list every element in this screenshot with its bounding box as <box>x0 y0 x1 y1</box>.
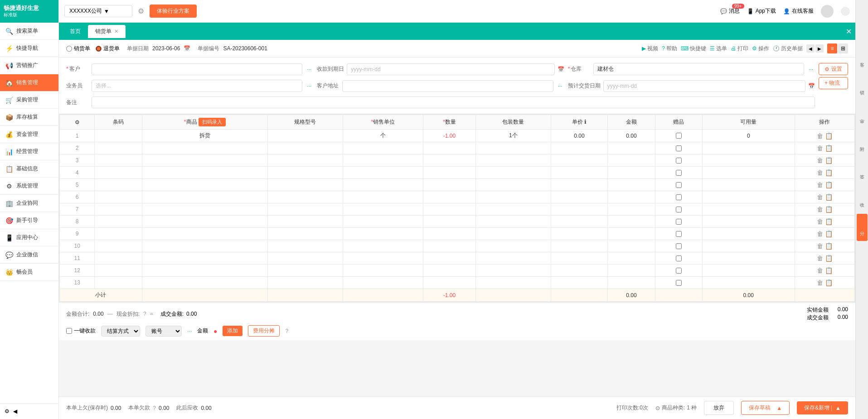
row-amount[interactable] <box>608 252 655 265</box>
row-product[interactable] <box>142 252 267 265</box>
discard-button[interactable]: 放弃 <box>704 401 734 415</box>
row-spec[interactable] <box>268 167 343 179</box>
row-barcode[interactable] <box>95 277 142 289</box>
row-amount[interactable] <box>608 142 655 154</box>
row-qty[interactable] <box>423 167 475 179</box>
sidebar-item-appstore[interactable]: 📱 应用中心 <box>0 229 58 246</box>
one-click-pay-checkbox[interactable]: 一键收款 <box>66 327 96 335</box>
row-product[interactable] <box>142 142 267 154</box>
copy-icon[interactable]: 📋 <box>825 157 833 164</box>
row-qty[interactable] <box>423 252 475 265</box>
row-qty[interactable] <box>423 228 475 240</box>
row-pkg-qty[interactable] <box>476 216 551 228</box>
row-unit[interactable] <box>343 191 423 203</box>
row-price[interactable] <box>551 167 608 179</box>
sidebar-item-finance[interactable]: 💰 资金管理 <box>0 126 58 143</box>
copy-icon[interactable]: 📋 <box>825 169 833 176</box>
logistics-btn[interactable]: + 物流 <box>819 77 848 89</box>
row-unit[interactable] <box>343 154 423 167</box>
history-action[interactable]: 🕐 历史单据 <box>773 45 803 53</box>
row-barcode[interactable] <box>95 203 142 216</box>
row-barcode[interactable] <box>95 167 142 179</box>
expected-delivery-calendar-icon[interactable]: 📅 <box>808 83 815 89</box>
row-product[interactable] <box>142 154 267 167</box>
due-date-input[interactable]: yyyy-mm-dd <box>347 63 554 75</box>
row-qty[interactable] <box>423 265 475 277</box>
th-settings[interactable]: ⚙ <box>60 115 95 130</box>
row-spec[interactable] <box>268 252 343 265</box>
row-pkg-qty[interactable] <box>476 277 551 289</box>
right-panel-item-panel3[interactable]: 审 <box>857 101 868 129</box>
row-pkg-qty[interactable] <box>476 203 551 216</box>
row-qty[interactable] <box>423 142 475 154</box>
row-amount[interactable] <box>608 228 655 240</box>
row-price[interactable] <box>551 252 608 265</box>
row-pkg-qty[interactable] <box>476 265 551 277</box>
trial-button[interactable]: 体验行业方案 <box>150 5 197 18</box>
row-barcode[interactable] <box>95 252 142 265</box>
row-unit[interactable] <box>343 265 423 277</box>
row-price[interactable] <box>551 265 608 277</box>
next-btn[interactable]: ▶ <box>815 44 824 53</box>
message-button[interactable]: 💬 消息 99+ <box>720 7 740 15</box>
close-all-tabs-icon[interactable]: ✕ <box>846 27 852 36</box>
copy-icon[interactable]: 📋 <box>825 206 833 213</box>
delete-icon[interactable]: 🗑 <box>817 206 823 213</box>
sidebar-item-system[interactable]: ⚙ 系统管理 <box>0 178 58 195</box>
collapse-icon[interactable]: ◀ <box>13 408 17 414</box>
row-spec[interactable] <box>268 216 343 228</box>
row-unit[interactable] <box>343 228 423 240</box>
sidebar-item-wechat[interactable]: 💬 企业微信 <box>0 246 58 264</box>
row-qty[interactable] <box>423 277 475 289</box>
copy-icon[interactable]: 📋 <box>825 242 833 250</box>
row-amount[interactable] <box>608 216 655 228</box>
sidebar-item-member[interactable]: 👑 畅会员 <box>0 264 58 281</box>
delete-icon[interactable]: 🗑 <box>817 132 823 140</box>
list-view-btn[interactable]: ≡ <box>827 43 837 53</box>
delete-icon[interactable]: 🗑 <box>817 218 823 225</box>
help-action[interactable]: ? 帮助 <box>662 45 677 53</box>
row-product[interactable] <box>142 203 267 216</box>
row-barcode[interactable] <box>95 240 142 252</box>
split-btn[interactable]: 费用分摊 <box>248 325 280 337</box>
row-product[interactable]: 拆货 <box>142 130 267 142</box>
row-pkg-qty[interactable] <box>476 191 551 203</box>
row-barcode[interactable] <box>95 265 142 277</box>
row-unit[interactable] <box>343 252 423 265</box>
row-product[interactable] <box>142 216 267 228</box>
row-amount[interactable] <box>608 265 655 277</box>
customer-input[interactable] <box>92 63 302 75</box>
notes-input[interactable] <box>92 96 815 108</box>
row-qty[interactable] <box>423 191 475 203</box>
row-product[interactable] <box>142 228 267 240</box>
copy-icon[interactable]: 📋 <box>825 144 833 152</box>
row-unit[interactable]: 个 <box>343 130 423 142</box>
scan-btn[interactable]: 扫码录入 <box>199 118 226 126</box>
online-service-button[interactable]: 👤 在线客服 <box>783 7 814 15</box>
row-pkg-qty[interactable] <box>476 240 551 252</box>
sidebar-item-search[interactable]: 🔍 搜索菜单 <box>0 23 58 40</box>
row-barcode[interactable] <box>95 154 142 167</box>
row-product[interactable] <box>142 265 267 277</box>
row-price[interactable] <box>551 277 608 289</box>
row-qty[interactable] <box>423 154 475 167</box>
row-product[interactable] <box>142 179 267 191</box>
delete-icon[interactable]: 🗑 <box>817 230 823 237</box>
copy-icon[interactable]: 📋 <box>825 181 833 188</box>
row-barcode[interactable] <box>95 142 142 154</box>
payment-method-select[interactable]: 结算方式 <box>101 326 140 337</box>
row-barcode[interactable] <box>95 228 142 240</box>
account-select[interactable]: 账号 <box>145 326 182 337</box>
right-panel-item-panel2[interactable]: 锁 <box>857 73 868 101</box>
sidebar-item-inventory[interactable]: 📦 库存核算 <box>0 109 58 126</box>
warehouse-input[interactable]: 建材仓 <box>593 63 804 75</box>
warehouse-dots-icon[interactable]: ··· <box>807 66 815 72</box>
row-gift[interactable] <box>655 252 702 265</box>
row-spec[interactable] <box>268 142 343 154</box>
row-spec[interactable] <box>268 179 343 191</box>
tab-close-icon[interactable]: ✕ <box>114 29 118 34</box>
row-unit[interactable] <box>343 216 423 228</box>
copy-icon[interactable]: 📋 <box>825 267 833 274</box>
print-action[interactable]: 🖨 打印 <box>731 45 748 53</box>
sidebar-item-marketing[interactable]: 📢 营销推广 <box>0 57 58 74</box>
